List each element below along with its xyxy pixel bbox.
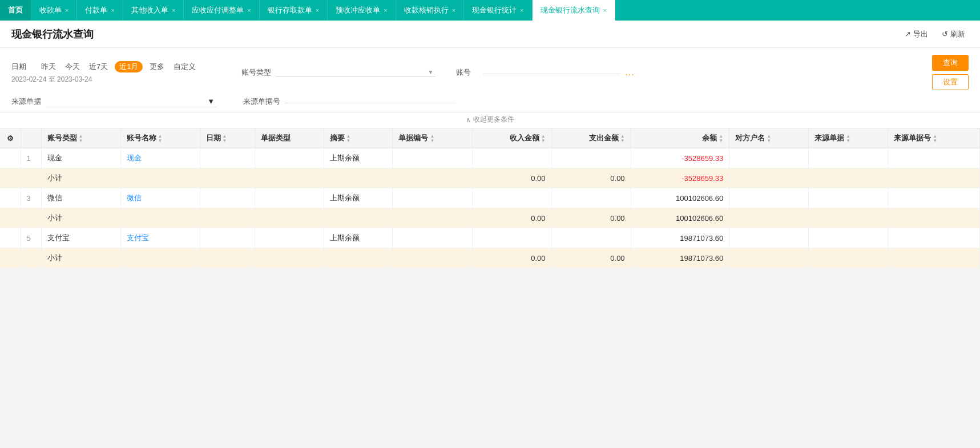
query-button[interactable]: 查询 — [932, 55, 969, 71]
row-doc-type — [255, 228, 324, 248]
row-balance: 19871073.60 — [631, 228, 729, 248]
row-index — [21, 208, 41, 228]
date-btn-7days[interactable]: 近7天 — [87, 61, 110, 72]
row-income — [472, 228, 551, 248]
nav-item-收款核销执行[interactable]: 收款核销执行× — [396, 0, 464, 21]
row-doc-no — [393, 248, 472, 268]
col-expense[interactable]: 支出金额▲▼ — [551, 128, 631, 148]
row-counterparty — [729, 248, 809, 268]
table-row: 小计 0.00 0.00 -3528659.33 — [0, 168, 980, 188]
nav-close-icon[interactable]: × — [316, 7, 319, 14]
date-btn-yesterday[interactable]: 昨天 — [39, 61, 58, 72]
col-source-doc-no[interactable]: 来源单据号▲▼ — [888, 128, 980, 148]
nav-item-付款单[interactable]: 付款单× — [77, 0, 123, 21]
settings-button[interactable]: 设置 — [932, 74, 969, 90]
sort-icon-account-type: ▲▼ — [79, 134, 83, 143]
row-income — [472, 188, 551, 208]
row-expense: 0.00 — [551, 168, 631, 188]
nav-item-首页[interactable]: 首页 — [0, 0, 31, 21]
row-account-name[interactable]: 微信 — [120, 188, 200, 208]
date-btn-more[interactable]: 更多 — [147, 61, 167, 72]
account-label: 账号 — [456, 67, 479, 78]
row-counterparty — [729, 168, 809, 188]
nav-close-icon[interactable]: × — [603, 7, 607, 14]
row-income — [472, 148, 551, 168]
date-range-display: 2023-02-24 至 2023-03-24 — [11, 75, 198, 84]
row-balance: -3528659.33 — [631, 148, 729, 168]
row-date — [200, 228, 255, 248]
collapse-up-arrow-icon: ∧ — [466, 116, 471, 124]
collapse-bar[interactable]: ∧ 收起更多条件 — [0, 112, 980, 128]
source-doc-no-filter: 来源单据号 — [243, 96, 456, 107]
export-icon: ↗ — [905, 30, 911, 38]
col-doc-no[interactable]: 单据编号▲▼ — [393, 128, 472, 148]
export-button[interactable]: ↗ 导出 — [901, 28, 931, 41]
col-account-type[interactable]: 账号类型▲▼ — [41, 128, 120, 148]
more-dots-btn[interactable]: ... — [625, 67, 634, 78]
account-type-select[interactable]: ▼ — [276, 68, 435, 77]
nav-item-银行存取款单[interactable]: 银行存取款单× — [260, 0, 328, 21]
nav-close-icon[interactable]: × — [520, 7, 523, 14]
col-summary[interactable]: 摘要▲▼ — [324, 128, 393, 148]
account-input[interactable] — [483, 71, 620, 74]
row-checkbox-cell[interactable] — [0, 188, 21, 208]
date-btn-custom[interactable]: 自定义 — [171, 61, 198, 72]
nav-close-icon[interactable]: × — [247, 7, 251, 14]
row-account-name[interactable]: 现金 — [120, 148, 200, 168]
row-source-doc — [809, 208, 888, 228]
row-account-type: 小计 — [41, 168, 120, 188]
header-row: ⚙ 账号类型▲▼ 账号名称▲▼ 日期▲▼ 单据类型 摘要▲▼ 单据编号▲▼ — [0, 128, 980, 148]
nav-item-应收应付调整单[interactable]: 应收应付调整单× — [184, 0, 259, 21]
col-date[interactable]: 日期▲▼ — [200, 128, 255, 148]
nav-close-icon[interactable]: × — [384, 7, 387, 14]
data-table: ⚙ 账号类型▲▼ 账号名称▲▼ 日期▲▼ 单据类型 摘要▲▼ 单据编号▲▼ — [0, 128, 980, 268]
row-checkbox-cell[interactable] — [0, 168, 21, 188]
row-checkbox-cell[interactable] — [0, 248, 21, 268]
nav-close-icon[interactable]: × — [111, 7, 114, 14]
row-doc-no — [393, 228, 472, 248]
row-balance: 100102606.60 — [631, 188, 729, 208]
row-date — [200, 248, 255, 268]
source-doc-no-input[interactable] — [285, 100, 456, 103]
col-gear[interactable]: ⚙ — [0, 128, 21, 148]
sort-icon-balance: ▲▼ — [719, 134, 723, 143]
nav-item-现金银行统计[interactable]: 现金银行统计× — [464, 0, 532, 21]
col-source-doc[interactable]: 来源单据▲▼ — [809, 128, 888, 148]
row-doc-type — [255, 168, 324, 188]
row-index: 1 — [21, 148, 41, 168]
col-balance[interactable]: 余额▲▼ — [631, 128, 729, 148]
row-account-name — [120, 208, 200, 228]
nav-item-收款单[interactable]: 收款单× — [31, 0, 77, 21]
col-income[interactable]: 收入金额▲▼ — [472, 128, 551, 148]
row-checkbox-cell[interactable] — [0, 208, 21, 228]
row-account-type: 小计 — [41, 208, 120, 228]
source-doc-filter: 来源单据 ▼ — [11, 96, 217, 107]
row-expense — [551, 188, 631, 208]
source-doc-no-label: 来源单据号 — [243, 96, 280, 107]
nav-item-预收冲应收单[interactable]: 预收冲应收单× — [328, 0, 396, 21]
date-btn-today[interactable]: 今天 — [63, 61, 82, 72]
row-counterparty — [729, 208, 809, 228]
row-summary — [324, 208, 393, 228]
col-account-name[interactable]: 账号名称▲▼ — [120, 128, 200, 148]
row-account-name[interactable]: 支付宝 — [120, 228, 200, 248]
row-checkbox-cell[interactable] — [0, 228, 21, 248]
col-counterparty[interactable]: 对方户名▲▼ — [729, 128, 809, 148]
table-container: ⚙ 账号类型▲▼ 账号名称▲▼ 日期▲▼ 单据类型 摘要▲▼ 单据编号▲▼ — [0, 128, 980, 268]
nav-close-icon[interactable]: × — [172, 7, 175, 14]
gear-icon[interactable]: ⚙ — [7, 134, 14, 143]
source-doc-label: 来源单据 — [11, 96, 41, 107]
refresh-button[interactable]: ↺ 刷新 — [938, 28, 969, 41]
date-btn-1month[interactable]: 近1月 — [115, 61, 143, 72]
nav-close-icon[interactable]: × — [452, 7, 455, 14]
nav-item-现金银行流水查询[interactable]: 现金银行流水查询× — [533, 0, 615, 21]
row-checkbox-cell[interactable] — [0, 148, 21, 168]
nav-item-其他收入单[interactable]: 其他收入单× — [123, 0, 184, 21]
source-doc-select[interactable]: ▼ — [46, 96, 217, 107]
table-row: 小计 0.00 0.00 19871073.60 — [0, 248, 980, 268]
row-account-name — [120, 248, 200, 268]
collapse-label: 收起更多条件 — [473, 115, 514, 124]
row-summary — [324, 168, 393, 188]
row-index — [21, 248, 41, 268]
nav-close-icon[interactable]: × — [65, 7, 68, 14]
